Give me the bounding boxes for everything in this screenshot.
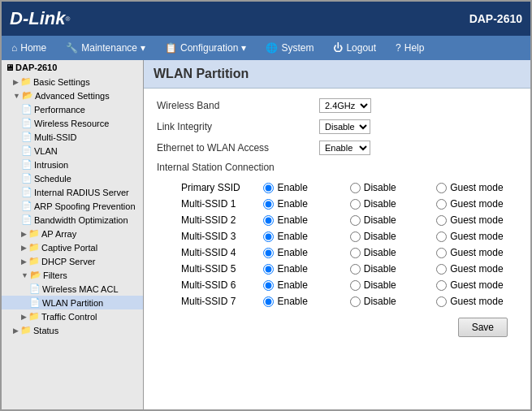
radio-guest-cell: Guest mode: [431, 196, 517, 212]
radio-disable[interactable]: [350, 183, 361, 193]
radio-guest-label: Guest mode: [450, 214, 503, 226]
sidebar-item-status[interactable]: ▶ 📁 Status: [2, 323, 143, 337]
folder-icon: 📁: [28, 256, 40, 266]
radio-enable[interactable]: [263, 215, 274, 226]
radio-guest[interactable]: [436, 231, 447, 242]
radio-guest[interactable]: [436, 280, 447, 291]
folder-icon: 📁: [20, 76, 32, 87]
radio-disable-label: Disable: [364, 182, 396, 193]
radio-enable-label: Enable: [277, 182, 307, 193]
radio-enable[interactable]: [263, 248, 274, 258]
radio-disable-cell: Disable: [345, 196, 431, 212]
radio-guest[interactable]: [436, 215, 447, 226]
radio-guest-cell: Guest mode: [431, 180, 517, 196]
ethernet-wlan-label: Ethernet to WLAN Access: [157, 142, 319, 154]
radio-enable[interactable]: [263, 199, 274, 210]
sidebar-item-advanced-settings[interactable]: ▼ 📂 Advanced Settings: [2, 89, 143, 102]
maintenance-icon: 🔧: [66, 42, 78, 54]
radio-enable[interactable]: [263, 183, 274, 193]
link-integrity-label: Link Integrity: [157, 121, 319, 132]
folder-icon: 📂: [22, 90, 33, 101]
sidebar-item-internal-radius[interactable]: 📄 Internal RADIUS Server: [2, 185, 143, 199]
radio-enable-label: Enable: [277, 214, 307, 226]
table-row: Primary SSID Enable Disable Guest mode: [157, 180, 517, 196]
nav-system[interactable]: 🌐 System: [256, 36, 323, 60]
expand-icon: ▶: [13, 327, 19, 335]
radio-guest-label: Guest mode: [450, 182, 503, 193]
radio-disable[interactable]: [350, 199, 361, 210]
radio-guest-label: Guest mode: [450, 296, 503, 307]
radio-enable-cell: Enable: [258, 261, 344, 277]
wireless-band-row: Wireless Band 2.4GHz 5GHz: [157, 98, 517, 113]
nav-logout[interactable]: ⏻ Logout: [323, 36, 386, 60]
content-header: WLAN Partition: [144, 60, 530, 89]
home-icon: ⌂: [11, 42, 17, 54]
system-icon: 🌐: [266, 42, 278, 54]
wireless-band-label: Wireless Band: [157, 100, 319, 111]
radio-disable[interactable]: [350, 248, 361, 258]
radio-disable[interactable]: [350, 215, 361, 226]
sidebar-item-captive-portal[interactable]: ▶ 📁 Captive Portal: [2, 240, 143, 254]
radio-guest-cell: Guest mode: [431, 277, 517, 293]
radio-disable-cell: Disable: [345, 180, 431, 196]
radio-guest[interactable]: [436, 264, 447, 275]
doc-icon: 📄: [21, 201, 32, 211]
sidebar-item-performance[interactable]: 📄 Performance: [2, 102, 143, 116]
expand-icon: ▼: [21, 271, 28, 279]
table-row: Multi-SSID 2 Enable Disable Guest mode: [157, 212, 517, 228]
sidebar-item-filters[interactable]: ▼ 📂 Filters: [2, 268, 143, 282]
radio-disable[interactable]: [350, 231, 361, 242]
nav-home[interactable]: ⌂ Home: [2, 36, 56, 60]
ethernet-wlan-row: Ethernet to WLAN Access Enable Disable: [157, 141, 517, 155]
radio-guest-label: Guest mode: [450, 279, 503, 291]
sidebar-item-traffic-control[interactable]: ▶ 📁 Traffic Control: [2, 309, 143, 323]
sidebar-item-vlan[interactable]: 📄 VLAN: [2, 144, 143, 158]
radio-disable-label: Disable: [364, 231, 396, 242]
sidebar-item-intrusion[interactable]: 📄 Intrusion: [2, 158, 143, 171]
ssid-label: Multi-SSID 7: [157, 293, 258, 309]
radio-disable[interactable]: [350, 280, 361, 291]
radio-guest[interactable]: [436, 199, 447, 210]
save-button[interactable]: Save: [458, 318, 508, 337]
radio-enable-label: Enable: [277, 279, 307, 291]
ssid-label: Multi-SSID 1: [157, 196, 258, 212]
radio-enable[interactable]: [263, 264, 274, 275]
radio-guest-label: Guest mode: [450, 231, 503, 242]
radio-disable[interactable]: [350, 264, 361, 275]
sidebar-item-dhcp-server[interactable]: ▶ 📁 DHCP Server: [2, 254, 143, 268]
sidebar-item-arp-spoofing[interactable]: 📄 ARP Spoofing Prevention: [2, 199, 143, 213]
doc-icon: 📄: [21, 214, 32, 225]
radio-disable[interactable]: [350, 296, 361, 307]
radio-guest[interactable]: [436, 183, 447, 193]
sidebar-item-schedule[interactable]: 📄 Schedule: [2, 171, 143, 185]
content-area: WLAN Partition Wireless Band 2.4GHz 5GHz…: [144, 60, 530, 409]
nav-configuration[interactable]: 📋 Configuration ▾: [155, 36, 256, 60]
expand-icon: ▶: [21, 244, 27, 252]
sidebar-item-multi-ssid[interactable]: 📄 Multi-SSID: [2, 130, 143, 144]
ssid-table: Primary SSID Enable Disable Guest mode: [157, 180, 517, 309]
radio-disable-cell: Disable: [345, 293, 431, 309]
expand-icon: ▶: [13, 78, 19, 86]
wireless-band-select[interactable]: 2.4GHz 5GHz: [319, 98, 371, 113]
radio-enable[interactable]: [263, 296, 274, 307]
nav-maintenance[interactable]: 🔧 Maintenance ▾: [56, 36, 155, 60]
navbar: ⌂ Home 🔧 Maintenance ▾ 📋 Configuration ▾…: [2, 36, 530, 60]
sidebar-device: 🖥 DAP-2610: [2, 60, 143, 75]
sidebar-item-wireless-mac-acl[interactable]: 📄 Wireless MAC ACL: [2, 282, 143, 296]
sidebar-item-wireless-resource[interactable]: 📄 Wireless Resource: [2, 116, 143, 130]
doc-icon: 📄: [21, 118, 32, 128]
ethernet-wlan-control: Enable Disable: [319, 141, 370, 155]
sidebar-item-ap-array[interactable]: ▶ 📁 AP Array: [2, 227, 143, 240]
ssid-label: Primary SSID: [157, 180, 258, 196]
radio-enable[interactable]: [263, 280, 274, 291]
sidebar-item-wlan-partition[interactable]: 📄 WLAN Partition: [2, 296, 143, 309]
nav-help[interactable]: ? Help: [386, 36, 434, 60]
link-integrity-select[interactable]: Disable Enable: [319, 119, 370, 134]
sidebar-item-bandwidth-opt[interactable]: 📄 Bandwidth Optimization: [2, 213, 143, 227]
device-icon: 🖥: [5, 63, 14, 72]
radio-guest[interactable]: [436, 248, 447, 258]
ethernet-wlan-select[interactable]: Enable Disable: [319, 141, 370, 155]
radio-guest[interactable]: [436, 296, 447, 307]
sidebar-item-basic-settings[interactable]: ▶ 📁 Basic Settings: [2, 75, 143, 89]
radio-enable[interactable]: [263, 231, 274, 242]
